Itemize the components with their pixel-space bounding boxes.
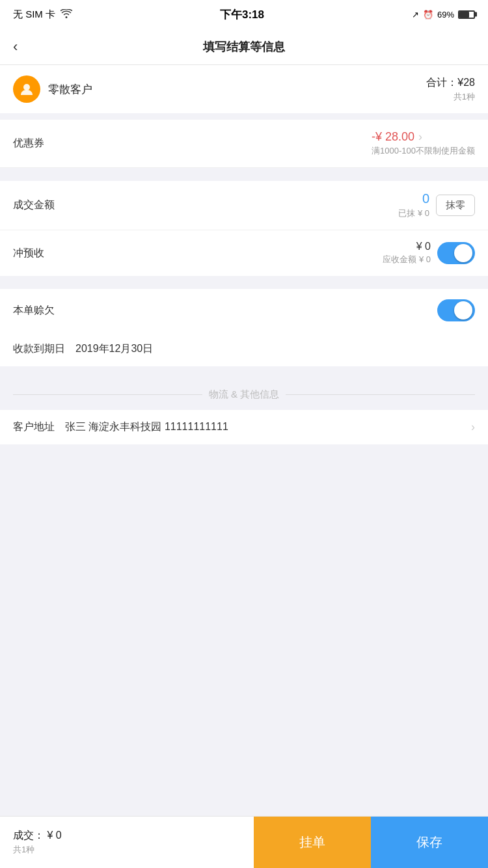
transaction-value-col: 0 已抹 ¥ 0 [398,191,429,219]
round-zero-button[interactable]: 抹零 [436,195,475,216]
coupon-description: 满1000-100不限制使用金额 [372,145,475,157]
status-time: 下午3:18 [220,7,264,22]
customer-left: 零散客户 [13,75,92,103]
svg-point-0 [23,84,30,90]
coupon-amount: -¥ 28.00 [372,130,414,144]
logistics-separator: 物流 & 其他信息 [0,379,488,410]
status-left: 无 SIM 卡 [13,8,72,21]
coupon-row[interactable]: 优惠券 -¥ 28.00 › 满1000-100不限制使用金额 [0,120,488,168]
battery-icon [458,10,475,19]
back-button[interactable]: ‹ [13,38,18,55]
nav-bar: ‹ 填写结算等信息 [0,29,488,65]
transaction-section: 成交金额 0 已抹 ¥ 0 抹零 冲预收 ¥ 0 应收金额 ¥ 0 [0,181,488,276]
bottom-transaction-value: ¥ 0 [47,830,61,841]
save-button[interactable]: 保存 [371,817,488,869]
location-icon: ↗ [412,10,419,20]
content: 零散客户 合计：¥28 共1种 优惠券 -¥ 28.00 › 满1000-100… [0,65,488,509]
address-chevron-icon: › [471,420,475,434]
due-date-label: 收款到期日 [13,342,65,356]
transaction-right: 0 已抹 ¥ 0 抹零 [398,191,475,219]
prepayment-label: 冲预收 [13,247,44,260]
address-section: 客户地址 张三 海淀永丰科技园 11111111111 › [0,410,488,444]
customer-avatar [13,75,40,103]
bottom-transaction-label: 成交： [13,830,44,841]
page-title: 填写结算等信息 [203,39,285,55]
alarm-icon: ⏰ [423,10,433,20]
prepayment-right: ¥ 0 应收金额 ¥ 0 [383,241,475,265]
hold-button[interactable]: 挂单 [254,817,371,869]
coupon-section: 优惠券 -¥ 28.00 › 满1000-100不限制使用金额 [0,120,488,168]
coupon-chevron-icon: › [418,130,422,144]
transaction-row: 成交金额 0 已抹 ¥ 0 抹零 [0,181,488,230]
due-date-value: 2019年12月30日 [75,342,153,356]
bottom-info: 成交： ¥ 0 共1种 [0,829,254,856]
coupon-amount-row: -¥ 28.00 › [372,130,475,144]
bottom-transaction: 成交： ¥ 0 [13,829,241,843]
debt-label: 本单赊欠 [13,304,55,318]
status-bar: 无 SIM 卡 下午3:18 ↗ ⏰ 69% [0,0,488,29]
customer-name: 零散客户 [48,82,92,97]
no-sim-text: 无 SIM 卡 [13,8,55,21]
bottom-count: 共1种 [13,844,241,856]
customer-total: 合计：¥28 [426,76,475,90]
debt-section: 本单赊欠 收款到期日 2019年12月30日 [0,289,488,366]
customer-count: 共1种 [426,91,475,103]
debt-right [437,299,475,321]
debt-toggle[interactable] [437,299,475,321]
address-row[interactable]: 客户地址 张三 海淀永丰科技园 11111111111 › [0,410,488,444]
section-divider-1 [0,174,488,181]
prepayment-toggle[interactable] [437,242,475,264]
battery-percent: 69% [437,10,454,20]
coupon-label: 优惠券 [13,137,44,150]
due-date-row: 收款到期日 2019年12月30日 [0,332,488,366]
customer-section: 零散客户 合计：¥28 共1种 [0,65,488,113]
transaction-label: 成交金额 [13,198,55,212]
status-right: ↗ ⏰ 69% [412,10,475,20]
debt-row: 本单赊欠 [0,289,488,332]
section-divider-2 [0,282,488,289]
section-divider-3 [0,373,488,379]
logistics-label: 物流 & 其他信息 [209,388,279,401]
address-value: 张三 海淀永丰科技园 11111111111 [65,420,466,434]
address-label: 客户地址 [13,420,55,434]
wifi-icon [61,9,72,20]
transaction-value: 0 [398,191,429,206]
prepayment-row: 冲预收 ¥ 0 应收金额 ¥ 0 [0,230,488,276]
customer-right: 合计：¥28 共1种 [426,76,475,103]
prepayment-value-col: ¥ 0 应收金额 ¥ 0 [383,241,431,265]
prepayment-sub: 应收金额 ¥ 0 [383,254,431,265]
coupon-right: -¥ 28.00 › 满1000-100不限制使用金额 [372,130,475,157]
prepayment-amount: ¥ 0 [383,241,431,252]
transaction-sub: 已抹 ¥ 0 [398,208,429,219]
bottom-bar: 成交： ¥ 0 共1种 挂单 保存 [0,816,488,868]
